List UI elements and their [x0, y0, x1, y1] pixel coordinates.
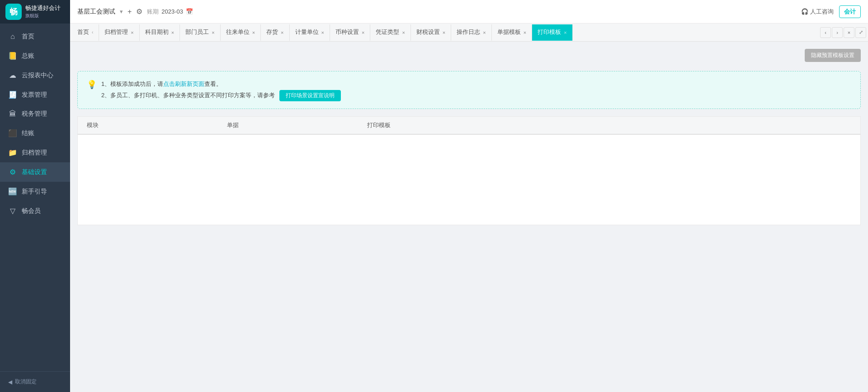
tab-close-voucher_type[interactable]: × [402, 30, 405, 35]
notice-line1-suffix: 查看。 [204, 80, 222, 87]
tab-label-single_form: 单据模板 [497, 28, 521, 36]
period-selector: 账期 2023-03 📅 [147, 8, 193, 16]
tab-label-units: 计量单位 [295, 28, 319, 36]
tabbar-nav-buttons: ‹ › × ⤢ [820, 27, 866, 38]
tab-departments[interactable]: 部门员工× [180, 24, 220, 41]
cancel-pin-icon: ◀ [8, 379, 12, 385]
tab-close-partners[interactable]: × [252, 30, 255, 35]
tab-close-subjects[interactable]: × [171, 30, 174, 35]
company-dropdown-icon[interactable]: ▾ [120, 8, 123, 15]
tab-close-currency[interactable]: × [362, 30, 364, 35]
notice-refresh-link[interactable]: 点击刷新新页面 [163, 80, 204, 87]
notice-line2: 2、多员工、多打印机、多种业务类型设置不同打印方案等，请参考 打印场景设置宣说明 [101, 90, 341, 101]
sidebar-item-home[interactable]: ⌂ 首页 [0, 27, 70, 46]
period-label: 账期 [147, 8, 159, 16]
nav-icon-member: ▽ [8, 207, 17, 215]
tab-close-print_template[interactable]: × [564, 30, 566, 35]
nav-label-member: 畅会员 [22, 207, 41, 215]
content-area: 隐藏预置模板设置 💡 1、模板添加成功后，请点击刷新新页面查看。 2、多员工、多… [70, 42, 868, 392]
tab-prev-button[interactable]: ‹ [820, 27, 831, 38]
tab-maximize-button[interactable]: ⤢ [855, 27, 866, 38]
sidebar-item-settings[interactable]: ⚙ 基础设置 [0, 162, 70, 182]
nav-label-settings: 基础设置 [22, 168, 47, 176]
tab-close-inventory[interactable]: × [281, 30, 283, 35]
tab-home-chevron-icon[interactable]: ‹ [92, 30, 93, 35]
nav-icon-archive: 📁 [8, 148, 17, 157]
tab-subjects[interactable]: 科目期初× [140, 24, 180, 41]
tab-label-voucher_type: 凭证类型 [376, 28, 399, 36]
nav-icon-settings: ⚙ [8, 168, 17, 176]
company-name: 基层工会测试 [77, 8, 115, 16]
template-table: 模块 单据 打印模板 [77, 116, 861, 225]
sidebar-item-closing[interactable]: ⬛ 结账 [0, 123, 70, 143]
calendar-icon[interactable]: 📅 [186, 8, 193, 15]
sidebar: 畅 畅捷通好会计 旗舰版 ⌂ 首页 📒 总账 ☁ 云报表中心 🧾 发票管理 🏛 … [0, 0, 70, 392]
tab-label-partners: 往来单位 [226, 28, 250, 36]
tab-op_log[interactable]: 操作日志× [451, 24, 491, 41]
notice-line2-prefix: 2、多员工、多打印机、多种业务类型设置不同打印方案等，请参考 [101, 92, 275, 99]
tab-close-single_form[interactable]: × [524, 30, 526, 35]
nav-label-ledger: 总账 [22, 52, 34, 60]
nav-icon-closing: ⬛ [8, 129, 17, 137]
tab-close-tax_settings[interactable]: × [443, 30, 445, 35]
sidebar-nav: ⌂ 首页 📒 总账 ☁ 云报表中心 🧾 发票管理 🏛 税务管理 ⬛ 结账 📁 归… [0, 24, 70, 371]
tab-label-departments: 部门员工 [185, 28, 209, 36]
topbar-right: 🎧 人工咨询 会计 [801, 5, 861, 18]
nav-label-guide: 新手引导 [22, 188, 47, 196]
sidebar-item-member[interactable]: ▽ 畅会员 [0, 201, 70, 221]
tab-units[interactable]: 计量单位× [290, 24, 330, 41]
tab-home[interactable]: 首页‹ [72, 24, 99, 41]
notice-bulb-icon: 💡 [87, 80, 97, 90]
table-body [77, 135, 861, 225]
tab-single_form[interactable]: 单据模板× [492, 24, 532, 41]
notice-box: 💡 1、模板添加成功后，请点击刷新新页面查看。 2、多员工、多打印机、多种业务类… [77, 71, 861, 109]
settings-gear-icon[interactable]: ⚙ [136, 7, 142, 16]
tab-inventory[interactable]: 存货× [261, 24, 289, 41]
notice-line1: 1、模板添加成功后，请点击刷新新页面查看。 [101, 79, 341, 90]
add-company-button[interactable]: + [127, 8, 132, 16]
sidebar-item-ledger[interactable]: 📒 总账 [0, 46, 70, 66]
logo-name: 畅捷通好会计 [25, 5, 61, 12]
table-header: 模块 单据 打印模板 [77, 116, 861, 135]
nav-label-tax: 税务管理 [22, 110, 47, 118]
hide-template-button[interactable]: 隐藏预置模板设置 [805, 49, 861, 62]
tab-partners[interactable]: 往来单位× [221, 24, 261, 41]
tab-close-op_log[interactable]: × [483, 30, 486, 35]
tab-label-currency: 币种设置 [335, 28, 359, 36]
cancel-pin-label: 取消固定 [15, 378, 37, 386]
sidebar-item-tax[interactable]: 🏛 税务管理 [0, 104, 70, 123]
tab-close-current-button[interactable]: × [844, 27, 854, 38]
logo-icon: 畅 [5, 4, 22, 20]
nav-label-invoice: 发票管理 [22, 91, 47, 99]
service-label: 人工咨询 [810, 8, 834, 16]
print-scene-button[interactable]: 打印场景设置宣说明 [279, 90, 341, 101]
tab-next-button[interactable]: › [832, 27, 843, 38]
sidebar-item-invoice[interactable]: 🧾 发票管理 [0, 85, 70, 104]
logo: 畅 畅捷通好会计 旗舰版 [0, 0, 70, 24]
cancel-pin-button[interactable]: ◀ 取消固定 [0, 371, 70, 392]
logo-badge: 旗舰版 [25, 13, 61, 19]
tab-close-units[interactable]: × [321, 30, 324, 35]
tab-currency[interactable]: 币种设置× [330, 24, 370, 41]
tab-print_template[interactable]: 打印模板× [532, 24, 572, 41]
sidebar-item-reports[interactable]: ☁ 云报表中心 [0, 66, 70, 85]
account-button[interactable]: 会计 [839, 5, 861, 18]
nav-label-home: 首页 [22, 33, 34, 41]
nav-icon-guide: 🆕 [8, 187, 17, 196]
tab-close-departments[interactable]: × [212, 30, 214, 35]
sidebar-item-archive[interactable]: 📁 归档管理 [0, 143, 70, 162]
period-value[interactable]: 2023-03 [161, 8, 183, 15]
tab-tax_settings[interactable]: 财税设置× [411, 24, 451, 41]
nav-icon-reports: ☁ [8, 71, 17, 80]
tab-voucher_type[interactable]: 凭证类型× [370, 24, 410, 41]
nav-icon-ledger: 📒 [8, 52, 17, 60]
sidebar-item-guide[interactable]: 🆕 新手引导 [0, 182, 70, 201]
service-button[interactable]: 🎧 人工咨询 [801, 8, 834, 16]
nav-label-reports: 云报表中心 [22, 71, 53, 80]
tab-archive[interactable]: 归档管理× [99, 24, 139, 41]
notice-content: 1、模板添加成功后，请点击刷新新页面查看。 2、多员工、多打印机、多种业务类型设… [101, 79, 341, 101]
nav-icon-tax: 🏛 [8, 110, 17, 118]
col-template: 打印模板 [358, 121, 860, 129]
tab-close-archive[interactable]: × [131, 30, 133, 35]
tab-label-print_template: 打印模板 [538, 28, 561, 36]
